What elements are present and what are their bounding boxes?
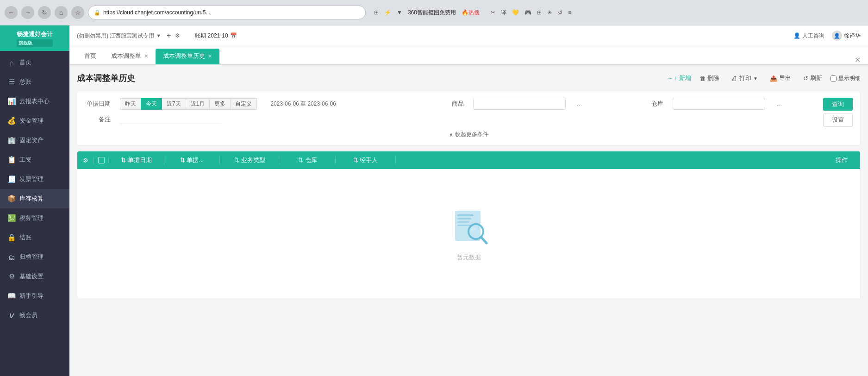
th-warehouse[interactable]: ⇅ 仓库 [280,156,336,164]
delete-button[interactable]: 🗑 删除 [696,72,723,84]
sidebar-item-member[interactable]: V 畅会员 [0,306,69,325]
sidebar-item-invoice[interactable]: 🧾 发票管理 [0,169,69,189]
add-button[interactable]: ＋ + 新增 [667,74,691,82]
home-button[interactable]: ⌂ [55,6,68,19]
translate-icon[interactable]: 译 [501,9,506,17]
sidebar-item-label: 工资 [19,156,31,164]
th-gear[interactable]: ⚙ [77,157,94,164]
add-label: + 新增 [674,74,691,82]
date-filter-label: 单据日期 [85,100,111,108]
hot-search-icon[interactable]: 🔥热搜 [462,9,480,17]
th-num-label: ⇅ 单据... [180,156,204,164]
goods-dots[interactable]: ... [577,100,582,107]
svg-rect-2 [457,218,471,219]
sidebar-item-fixed-asset[interactable]: 🏢 固定资产 [0,131,69,150]
th-handler[interactable]: ⇅ 经手人 [336,156,396,164]
select-all-checkbox[interactable] [98,157,105,163]
company-selector[interactable]: (勿删勿禁用) 江西服宝测试专用 ▼ + ⚙ [77,31,180,40]
sidebar-item-label: 新手引导 [19,292,44,300]
th-action-label: 操作 [836,156,848,164]
archive-icon: 🗂 [7,253,16,261]
tab-cost-adjust-close[interactable]: ✕ [144,53,148,59]
remark-input[interactable] [120,114,222,124]
url-bar[interactable]: 🔒 https://cloud.chanjet.com/accounting/u… [88,6,366,19]
tab-home-label: 首页 [84,52,96,60]
back-button[interactable]: ← [5,6,18,19]
sidebar-item-label: 发票管理 [19,175,44,183]
close-all-tabs-icon[interactable]: ✕ [855,56,861,64]
company-settings-icon[interactable]: ⚙ [175,32,180,39]
svg-rect-4 [457,225,470,226]
undo-icon[interactable]: ↺ [558,9,562,16]
sidebar-item-label: 结账 [19,233,31,242]
query-button[interactable]: 查询 [823,98,853,111]
date-btn-today[interactable]: 今天 [141,98,162,110]
dropdown-icon[interactable]: ▼ [397,9,402,16]
sidebar-item-close[interactable]: 🔒 结账 [0,228,69,247]
scissors-icon[interactable]: ✂ [491,9,495,16]
collapse-button[interactable]: ∧ 收起更多条件 [449,131,488,138]
lightning-icon[interactable]: ⚡ [384,9,391,16]
show-detail-checkbox[interactable]: 显示明细 [831,75,861,82]
date-btn-1month[interactable]: 近1月 [186,98,210,110]
browser-chrome: ← → ↻ ⌂ ☆ 🔒 https://cloud.chanjet.com/ac… [0,0,868,25]
tab-cost-adjust-history-close[interactable]: ✕ [208,53,212,59]
sidebar-item-report[interactable]: 📊 云报表中心 [0,92,69,111]
logo-sub: 旗舰版 [17,39,53,47]
sidebar-item-capital[interactable]: 💰 资金管理 [0,111,69,131]
refresh-icon: ↺ [803,75,808,82]
tab-cost-adjust[interactable]: 成本调整单 ✕ [104,49,156,64]
service-label: 人工咨询 [802,32,824,40]
grid-icon[interactable]: ⊞ [537,9,542,16]
sidebar-item-tax[interactable]: 💹 税务管理 [0,208,69,228]
show-detail-input[interactable] [831,75,837,81]
th-checkbox[interactable] [94,157,109,163]
th-num[interactable]: ⇅ 单据... [164,156,220,164]
sidebar-item-inventory[interactable]: 📦 库存核算 [0,189,69,208]
warehouse-input[interactable] [673,98,765,110]
sidebar-item-guide[interactable]: 📖 新手引导 [0,286,69,306]
star-button[interactable]: ☆ [71,6,84,19]
export-label: 导出 [779,74,791,82]
print-dropdown-icon[interactable]: ▼ [753,76,758,81]
date-btn-7days[interactable]: 近7天 [162,98,186,110]
sidebar-item-ledger[interactable]: ☰ 总账 [0,72,69,92]
tab-cost-adjust-history[interactable]: 成本调整单历史 ✕ [156,49,219,64]
warehouse-dots[interactable]: ... [776,100,782,107]
export-button[interactable]: 📤 导出 [766,72,795,84]
sidebar-item-label: 基础设置 [19,272,44,281]
refresh-button[interactable]: ↺ 刷新 [799,72,826,84]
menu-icon[interactable]: ≡ [568,9,571,16]
th-type-label: ⇅ 业务类型 [234,156,265,164]
extensions-icon[interactable]: ⊞ [374,9,379,16]
print-icon: 🖨 [731,75,737,82]
collapse-label: 收起更多条件 [455,131,488,138]
brightness-icon[interactable]: ☀ [547,9,552,16]
tab-home[interactable]: 首页 [77,49,104,64]
th-date[interactable]: ⇅ 单据日期 [109,156,164,164]
refresh-button[interactable]: ↻ [38,6,51,19]
filter-settings-button[interactable]: 设置 [823,113,853,127]
user-menu[interactable]: 👤 徐译华 [832,31,861,41]
sidebar-item-archive[interactable]: 🗂 归档管理 [0,247,69,267]
member-icon: V [7,312,16,320]
company-dropdown-icon[interactable]: ▼ [156,33,161,38]
forward-button[interactable]: → [21,6,34,19]
service-button[interactable]: 👤 人工咨询 [793,32,824,40]
date-btn-custom[interactable]: 自定义 [230,98,257,110]
date-btn-yesterday[interactable]: 昨天 [120,98,141,110]
goods-input[interactable] [473,98,566,110]
sidebar-item-salary[interactable]: 📋 工资 [0,150,69,169]
sidebar-item-settings[interactable]: ⚙ 基础设置 [0,267,69,286]
print-button[interactable]: 🖨 打印 ▼ [728,72,762,84]
sidebar-item-home[interactable]: ⌂ 首页 [0,53,69,72]
game-icon[interactable]: 🎮 [525,9,531,16]
query-settings-group: 查询 设置 [823,98,853,127]
main-content: (勿删勿禁用) 江西服宝测试专用 ▼ + ⚙ 账期 2021-10 📅 👤 人工… [69,25,868,376]
wallet-icon[interactable]: 💛 [512,9,519,16]
calendar-icon[interactable]: 📅 [230,32,237,39]
date-btn-more[interactable]: 更多 [209,98,231,110]
add-company-icon[interactable]: + [167,31,171,40]
th-type[interactable]: ⇅ 业务类型 [220,156,280,164]
period-value: 2021-10 [208,32,228,39]
